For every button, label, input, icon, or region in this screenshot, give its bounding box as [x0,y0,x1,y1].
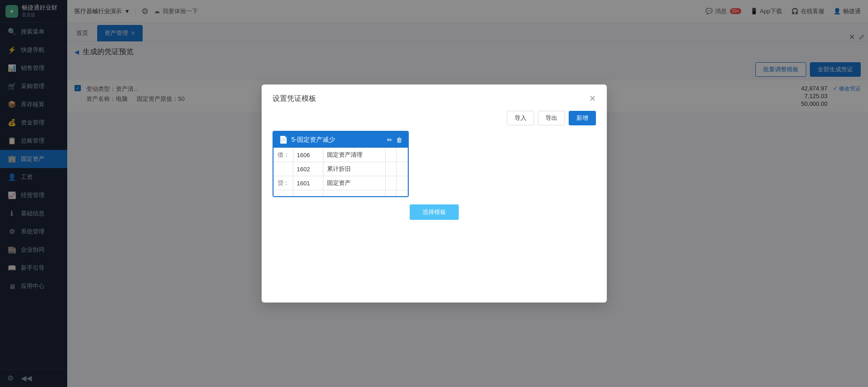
template-delete-icon[interactable]: 🗑 [396,136,402,144]
code-2: 1602 [293,162,323,176]
direction-3: 贷： [273,176,293,190]
dialog-overlay: 设置凭证模板 ✕ 导入 导出 新增 📄 5-固定资产减少 ✏ 🗑 [0,0,868,387]
dialog-toolbar: 导入 导出 新增 [262,104,607,131]
select-template-area: 选择模板 [273,204,596,220]
template-edit-icon[interactable]: ✏ [387,136,392,144]
template-card: 📄 5-固定资产减少 ✏ 🗑 借： 1606 固定资产清理 [273,131,409,197]
new-btn[interactable]: 新增 [569,111,596,125]
debit-3 [385,176,396,190]
template-card-actions: ✏ 🗑 [387,136,402,144]
dialog-header: 设置凭证模板 ✕ [262,84,607,104]
dialog-close-btn[interactable]: ✕ [589,94,596,104]
account-3: 固定资产 [323,176,385,190]
template-doc-icon: 📄 [279,135,288,144]
template-card-body: 借： 1606 固定资产清理 1602 累计折旧 [273,148,408,196]
template-row-3: 贷： 1601 固定资产 [273,176,407,190]
debit-2 [385,162,396,176]
credit-2 [397,162,408,176]
template-accounts-table: 借： 1606 固定资产清理 1602 累计折旧 [273,148,408,196]
credit-4 [397,190,408,196]
account-4 [323,190,385,196]
code-1: 1606 [293,148,323,162]
import-btn[interactable]: 导入 [507,111,534,125]
debit-4 [385,190,396,196]
direction-4 [273,190,293,196]
template-row-2: 1602 累计折旧 [273,162,407,176]
account-1: 固定资产清理 [323,148,385,162]
template-card-header: 📄 5-固定资产减少 ✏ 🗑 [273,132,408,148]
template-card-name: 5-固定资产减少 [292,136,383,144]
template-row-4 [273,190,407,196]
code-4 [293,190,323,196]
select-template-btn[interactable]: 选择模板 [410,204,459,220]
template-row-1: 借： 1606 固定资产清理 [273,148,407,162]
code-3: 1601 [293,176,323,190]
account-2: 累计折旧 [323,162,385,176]
dialog-body: 📄 5-固定资产减少 ✏ 🗑 借： 1606 固定资产清理 [262,131,607,236]
direction-2 [273,162,293,176]
dialog-title: 设置凭证模板 [273,94,316,104]
direction-1: 借： [273,148,293,162]
credit-3 [397,176,408,190]
export-btn[interactable]: 导出 [538,111,565,125]
debit-1 [385,148,396,162]
credit-1 [397,148,408,162]
set-template-dialog: 设置凭证模板 ✕ 导入 导出 新增 📄 5-固定资产减少 ✏ 🗑 [262,84,607,303]
